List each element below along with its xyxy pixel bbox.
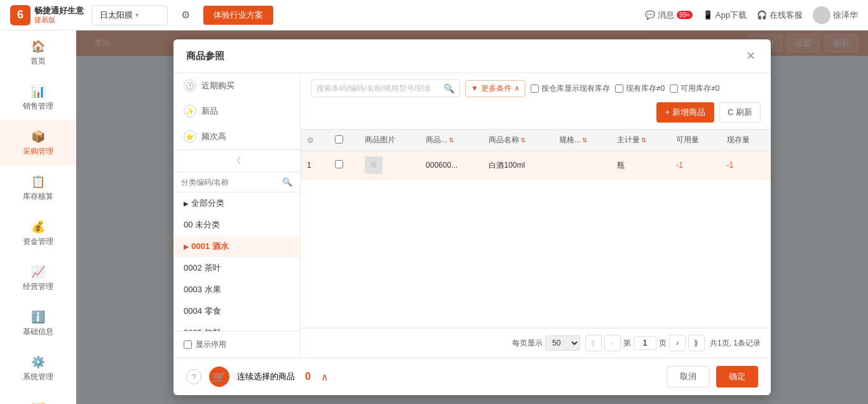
show-disabled-checkbox[interactable] xyxy=(184,340,192,349)
stock-filter[interactable]: 现有库存≠0 xyxy=(615,83,665,94)
col-unit[interactable]: 主计量⇅ xyxy=(611,130,670,151)
new-icon: ✨ xyxy=(184,105,196,118)
search-button[interactable]: 🔍 xyxy=(438,80,459,97)
usable-checkbox[interactable] xyxy=(670,84,678,93)
warehouse-filter[interactable]: 按仓库显示现有库存 xyxy=(531,83,610,94)
show-disabled-label: 显示停用 xyxy=(196,339,226,350)
cat-item-0002[interactable]: 0002 茶叶 xyxy=(173,257,300,279)
next-page-button[interactable]: › xyxy=(669,335,686,351)
sidebar-item-sales[interactable]: 📊 销售管理 xyxy=(0,76,76,121)
confirm-button[interactable]: 确定 xyxy=(716,366,758,387)
cell-name: 白酒100ml xyxy=(482,151,553,180)
refresh-button[interactable]: C 刷新 xyxy=(719,102,761,123)
cat-item-0004[interactable]: 0004 零食 xyxy=(173,300,300,322)
cat-label-0003: 0003 水果 xyxy=(184,284,221,295)
app-download-button[interactable]: 📱 App下载 xyxy=(703,10,747,21)
page-total: 共1页, 1条记录 xyxy=(710,338,761,349)
sidebar-item-collab[interactable]: 🤝 企业协同 xyxy=(0,391,76,404)
row-checkbox[interactable] xyxy=(335,160,343,168)
sidebar-item-operation[interactable]: 📈 经营管理 xyxy=(0,256,76,301)
clock-icon: 🕐 xyxy=(184,79,196,92)
page-size-select[interactable]: 50 100 200 xyxy=(545,335,580,351)
page-size-label: 每页显示 xyxy=(512,338,543,349)
inventory-icon: 📋 xyxy=(31,175,45,189)
sort-name-icon: ⇅ xyxy=(520,137,526,144)
cat-item-all[interactable]: ▶ 全部分类 xyxy=(173,192,300,214)
cart-button[interactable]: 🛒 xyxy=(209,367,229,387)
page-label: 页 xyxy=(659,338,667,349)
help-icon[interactable]: ? xyxy=(186,369,201,384)
cat-item-00[interactable]: 00 未分类 xyxy=(173,214,300,236)
cancel-button[interactable]: 取消 xyxy=(667,366,710,387)
tab-frequent[interactable]: ⭐ 频次高 xyxy=(173,124,300,149)
chevron-down-icon: ▾ xyxy=(135,11,139,18)
chevron-left-icon: 《 xyxy=(233,155,241,166)
tab-recent-label: 近期购买 xyxy=(201,80,234,91)
cell-unit: 瓶 xyxy=(611,151,670,180)
show-disabled-toggle[interactable]: 显示停用 xyxy=(173,331,300,358)
collab-icon: 🤝 xyxy=(31,400,45,404)
sidebar-item-system[interactable]: ⚙️ 系统管理 xyxy=(0,346,76,391)
tab-frequent-label: 频次高 xyxy=(201,131,226,142)
system-icon: ⚙️ xyxy=(31,355,45,369)
last-page-button[interactable]: ⟫ xyxy=(688,335,705,351)
warehouse-checkbox[interactable] xyxy=(531,84,539,93)
col-name[interactable]: 商品名称⇅ xyxy=(482,130,553,151)
modal-overlay: 商品参照 ✕ 🕐 近期购买 ✨ 新 xyxy=(76,30,868,404)
collapse-icon[interactable]: ∧ xyxy=(321,371,329,383)
cat-item-0005[interactable]: 0005 饮料 xyxy=(173,322,300,331)
page-number-input[interactable] xyxy=(634,336,656,350)
cell-checkbox xyxy=(329,151,358,180)
cat-item-0001[interactable]: ▶ 0001 酒水 xyxy=(173,236,300,257)
more-filter-button[interactable]: ▼ 更多条件 ∧ xyxy=(465,80,526,97)
table-row[interactable]: 1 图 xyxy=(301,151,771,180)
experience-button[interactable]: 体验行业方案 xyxy=(203,6,273,25)
toolbar-right: + 新增商品 C 刷新 xyxy=(656,102,761,123)
user-avatar[interactable]: 徐泽华 xyxy=(813,6,858,24)
add-product-button[interactable]: + 新增商品 xyxy=(656,102,714,123)
sidebar-item-purchase[interactable]: 📦 采购管理 xyxy=(0,121,76,166)
col-settings[interactable]: ⚙ xyxy=(301,130,329,151)
cat-item-0003[interactable]: 0003 水果 xyxy=(173,279,300,300)
modal-main: 🔍 ▼ 更多条件 ∧ 按仓库显示现有库存 xyxy=(301,73,771,358)
side-tabs: 🕐 近期购买 ✨ 新品 ⭐ 频次高 xyxy=(173,73,300,150)
sidebar-item-basics[interactable]: ℹ️ 基础信息 xyxy=(0,301,76,346)
username: 徐泽华 xyxy=(833,10,858,21)
first-page-button[interactable]: ⟪ xyxy=(585,335,602,351)
collapse-sidebar-button[interactable]: 《 xyxy=(173,150,300,172)
category-search-input[interactable] xyxy=(181,178,278,187)
online-service-button[interactable]: 🎧 在线客服 xyxy=(757,10,803,21)
category-list: ▶ 全部分类 00 未分类 ▶ 0001 酒水 0002 茶 xyxy=(173,192,300,331)
sidebar-item-inventory[interactable]: 📋 库存核算 xyxy=(0,166,76,211)
close-icon[interactable]: ✕ xyxy=(743,48,758,64)
sidebar-item-finance[interactable]: 💰 资金管理 xyxy=(0,211,76,256)
messages-button[interactable]: 💬 消息 99+ xyxy=(645,10,693,21)
product-search-input[interactable] xyxy=(311,81,438,96)
modal-toolbar: 🔍 ▼ 更多条件 ∧ 按仓库显示现有库存 xyxy=(301,73,771,130)
stock-checkbox[interactable] xyxy=(615,84,623,93)
logo-icon: 6 xyxy=(10,5,31,25)
company-selector[interactable]: 日太阳膜 ▾ xyxy=(92,5,168,25)
col-code[interactable]: 商品...⇅ xyxy=(419,130,482,151)
finance-icon: 💰 xyxy=(31,220,45,234)
tab-recent[interactable]: 🕐 近期购买 xyxy=(173,73,300,98)
sidebar-label-inventory: 库存核算 xyxy=(23,191,53,202)
prev-page-button[interactable]: ‹ xyxy=(604,335,621,351)
page-size-selector: 每页显示 50 100 200 xyxy=(512,335,580,351)
product-reference-modal: 商品参照 ✕ 🕐 近期购买 ✨ 新 xyxy=(173,39,771,395)
settings-icon[interactable]: ⚙ xyxy=(175,5,196,25)
modal-sidebar: 🕐 近期购买 ✨ 新品 ⭐ 频次高 xyxy=(173,73,301,358)
col-spec[interactable]: 规格...⇅ xyxy=(553,130,611,151)
cat-label-00: 00 未分类 xyxy=(184,219,220,231)
select-all-checkbox[interactable] xyxy=(335,135,343,144)
top-nav: 6 畅捷通好生意 捷易版 日太阳膜 ▾ ⚙ 体验行业方案 💬 消息 99+ 📱 … xyxy=(0,0,868,30)
usable-filter[interactable]: 可用库存≠0 xyxy=(670,83,719,94)
sidebar-label-operation: 经营管理 xyxy=(23,281,53,292)
sidebar-item-home[interactable]: 🏠 首页 xyxy=(0,30,76,76)
cat-label-0001: 0001 酒水 xyxy=(191,241,229,252)
search-icon[interactable]: 🔍 xyxy=(282,177,292,187)
filter-label: 更多条件 xyxy=(481,83,512,94)
avatar xyxy=(813,6,831,24)
tab-new[interactable]: ✨ 新品 xyxy=(173,98,300,124)
modal-header: 商品参照 ✕ xyxy=(173,39,771,73)
